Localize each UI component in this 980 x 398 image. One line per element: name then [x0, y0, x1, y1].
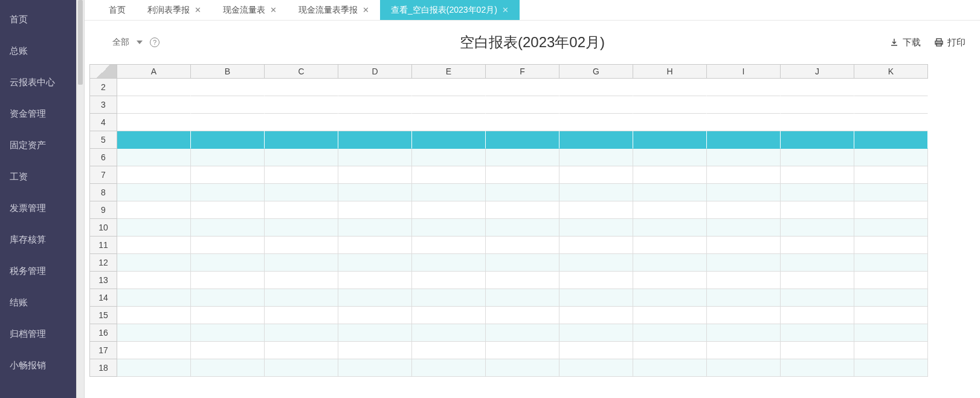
- cell[interactable]: [338, 131, 412, 149]
- cell[interactable]: [707, 166, 781, 184]
- cell[interactable]: [191, 114, 265, 131]
- cell[interactable]: [707, 79, 781, 96]
- cell[interactable]: [486, 184, 559, 201]
- cell[interactable]: [338, 254, 412, 272]
- cell[interactable]: [707, 237, 781, 254]
- cell[interactable]: [412, 237, 486, 254]
- row-header[interactable]: 18: [89, 359, 117, 377]
- row-header[interactable]: 2: [89, 79, 117, 96]
- cell[interactable]: [633, 131, 707, 149]
- cell[interactable]: [633, 359, 707, 377]
- cell[interactable]: [633, 184, 707, 201]
- cell[interactable]: [559, 201, 633, 219]
- column-header[interactable]: C: [265, 64, 338, 79]
- row-header[interactable]: 5: [89, 131, 117, 149]
- cell[interactable]: [707, 149, 781, 166]
- cell[interactable]: [191, 237, 265, 254]
- cell[interactable]: [265, 289, 338, 307]
- cell[interactable]: [781, 131, 854, 149]
- cell[interactable]: [707, 254, 781, 272]
- cell[interactable]: [559, 237, 633, 254]
- cell[interactable]: [854, 324, 928, 342]
- cell[interactable]: [117, 166, 191, 184]
- cell[interactable]: [559, 79, 633, 96]
- cell[interactable]: [338, 79, 412, 96]
- cell[interactable]: [486, 342, 559, 359]
- cell[interactable]: [781, 307, 854, 324]
- cell[interactable]: [633, 149, 707, 166]
- cell[interactable]: [707, 184, 781, 201]
- cell[interactable]: [117, 79, 191, 96]
- cell[interactable]: [117, 342, 191, 359]
- cell[interactable]: [633, 114, 707, 131]
- cell[interactable]: [412, 307, 486, 324]
- cell[interactable]: [854, 237, 928, 254]
- cell[interactable]: [338, 114, 412, 131]
- cell[interactable]: [412, 201, 486, 219]
- column-header[interactable]: K: [854, 64, 928, 79]
- cell[interactable]: [338, 96, 412, 114]
- cell[interactable]: [412, 79, 486, 96]
- cell[interactable]: [559, 342, 633, 359]
- cell[interactable]: [265, 96, 338, 114]
- cell[interactable]: [559, 272, 633, 289]
- cell[interactable]: [265, 359, 338, 377]
- column-header[interactable]: F: [486, 64, 559, 79]
- cell[interactable]: [633, 307, 707, 324]
- cell[interactable]: [633, 342, 707, 359]
- cell[interactable]: [559, 166, 633, 184]
- select-all-corner[interactable]: [89, 64, 117, 79]
- cell[interactable]: [191, 289, 265, 307]
- cell[interactable]: [265, 219, 338, 237]
- close-icon[interactable]: ✕: [195, 5, 201, 15]
- cell[interactable]: [412, 166, 486, 184]
- cell[interactable]: [265, 184, 338, 201]
- cell[interactable]: [338, 166, 412, 184]
- cell[interactable]: [633, 166, 707, 184]
- cell[interactable]: [854, 201, 928, 219]
- cell[interactable]: [781, 324, 854, 342]
- cell[interactable]: [412, 184, 486, 201]
- cell[interactable]: [338, 289, 412, 307]
- cell[interactable]: [854, 166, 928, 184]
- cell[interactable]: [486, 289, 559, 307]
- cell[interactable]: [117, 131, 191, 149]
- cell[interactable]: [338, 324, 412, 342]
- cell[interactable]: [854, 114, 928, 131]
- cell[interactable]: [486, 96, 559, 114]
- cell[interactable]: [265, 114, 338, 131]
- cell[interactable]: [486, 237, 559, 254]
- cell[interactable]: [707, 307, 781, 324]
- column-header[interactable]: I: [707, 64, 781, 79]
- cell[interactable]: [486, 131, 559, 149]
- cell[interactable]: [781, 114, 854, 131]
- cell[interactable]: [559, 219, 633, 237]
- cell[interactable]: [781, 254, 854, 272]
- cell[interactable]: [486, 324, 559, 342]
- sidebar-item[interactable]: 税务管理: [0, 255, 76, 287]
- cell[interactable]: [559, 96, 633, 114]
- cell[interactable]: [191, 96, 265, 114]
- row-header[interactable]: 14: [89, 289, 117, 307]
- cell[interactable]: [265, 237, 338, 254]
- cell[interactable]: [707, 342, 781, 359]
- cell[interactable]: [633, 289, 707, 307]
- cell[interactable]: [633, 79, 707, 96]
- cell[interactable]: [633, 254, 707, 272]
- cell[interactable]: [117, 201, 191, 219]
- cell[interactable]: [265, 272, 338, 289]
- cell[interactable]: [854, 96, 928, 114]
- cell[interactable]: [338, 272, 412, 289]
- cell[interactable]: [707, 114, 781, 131]
- cell[interactable]: [633, 219, 707, 237]
- row-header[interactable]: 6: [89, 149, 117, 166]
- sidebar-item[interactable]: 固定资产: [0, 129, 76, 161]
- sidebar-item[interactable]: 发票管理: [0, 192, 76, 224]
- cell[interactable]: [117, 307, 191, 324]
- sidebar-scrollbar[interactable]: [76, 0, 85, 398]
- cell[interactable]: [117, 272, 191, 289]
- sidebar-item[interactable]: 总账: [0, 35, 76, 67]
- cell[interactable]: [559, 131, 633, 149]
- row-header[interactable]: 12: [89, 254, 117, 272]
- column-header[interactable]: A: [117, 64, 191, 79]
